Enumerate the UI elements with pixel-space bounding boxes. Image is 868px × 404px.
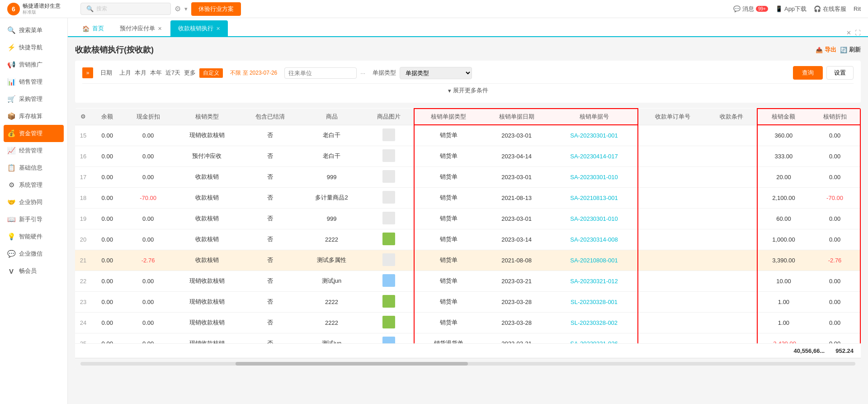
bill-no-link[interactable]: SA-20230314-008	[570, 236, 618, 243]
cell-bill-no[interactable]: SA-20230301-010	[551, 208, 638, 229]
cell-bill-no[interactable]: SA-20210808-001	[551, 250, 638, 271]
bill-no-link[interactable]: SL-20230328-001	[571, 299, 618, 305]
dropdown-icon[interactable]: ▾	[184, 5, 188, 12]
messages-area[interactable]: 💬 消息 99+	[733, 5, 768, 13]
tab-prepay-close[interactable]: ✕	[158, 26, 162, 32]
cell-bill-no[interactable]: SA-20230321-012	[551, 271, 638, 291]
sidebar-item-system[interactable]: ⚙ 系统管理	[0, 176, 67, 194]
bill-no-link[interactable]: SA-20230331-026	[570, 340, 618, 344]
filter-expand-btn[interactable]: »	[82, 67, 93, 78]
tab-home[interactable]: 🏠 首页	[75, 21, 111, 36]
cell-bill-no[interactable]: SL-20230328-001	[551, 291, 638, 312]
cell-product-image	[363, 187, 414, 208]
cell-bill-date: 2023-03-01	[483, 208, 551, 229]
cell-included-settled: 否	[241, 333, 300, 343]
filter-area: » 日期 上月 本月 本年 近7天 更多 自定义 不限 至 2023-07-26	[75, 61, 861, 103]
cell-bill-no[interactable]: SA-20230301-001	[551, 125, 638, 146]
footer-total-discount: 952.24	[835, 347, 854, 354]
sidebar-item-marketing[interactable]: 📢 营销推广	[0, 56, 67, 73]
industry-btn[interactable]: 休验行业方案	[191, 2, 241, 16]
tab-prepay[interactable]: 预付冲应付单 ✕	[112, 20, 170, 36]
filter-date-options: 上月 本月 本年 近7天 更多 自定义	[119, 68, 223, 78]
cell-bill-no[interactable]: SA-20230414-017	[551, 146, 638, 166]
filter-more-dots[interactable]: ···	[360, 70, 365, 76]
refresh-button[interactable]: 🔄 刷新	[840, 46, 861, 54]
filter-custom-btn[interactable]: 自定义	[199, 68, 223, 78]
tab-write-off[interactable]: 收款核销执行 ✕	[170, 20, 228, 36]
filter-this-year[interactable]: 本年	[150, 69, 162, 77]
sidebar-item-guide[interactable]: 📖 新手引导	[0, 211, 67, 228]
th-settings[interactable]: ⚙	[75, 109, 91, 125]
filter-last-month[interactable]: 上月	[119, 69, 131, 77]
filter-this-month[interactable]: 本月	[135, 69, 146, 77]
bill-no-link[interactable]: SL-20230328-002	[571, 319, 618, 326]
query-button[interactable]: 查询	[793, 66, 823, 80]
filter-type-select[interactable]: 单据类型	[400, 67, 472, 79]
sidebar-item-operation[interactable]: 📈 经营管理	[0, 142, 67, 159]
cell-receipt-order-no	[638, 208, 707, 229]
sidebar-item-basic[interactable]: 📋 基础信息	[0, 159, 67, 176]
cell-cash-discount: 0.00	[123, 229, 173, 250]
cell-bill-no[interactable]: SA-20230301-010	[551, 166, 638, 187]
sidebar-item-purchase[interactable]: 🛒 采购管理	[0, 90, 67, 108]
cell-bill-no[interactable]: SL-20230328-002	[551, 312, 638, 333]
cell-bill-no[interactable]: SA-20230314-008	[551, 229, 638, 250]
table-header-row: ⚙ 余额 现金折扣 核销类型 包含已结清 商品 商品图片 核销单据类型 核销单据…	[75, 109, 860, 125]
gear-icon[interactable]: ⚙	[175, 5, 181, 13]
app-download-link[interactable]: 📱 App下载	[775, 5, 807, 13]
cell-balance: 0.00	[91, 271, 123, 291]
settings-button[interactable]: 设置	[826, 66, 854, 80]
sidebar-item-finance[interactable]: 💰 资金管理	[4, 125, 64, 142]
bill-no-link[interactable]: SA-20230301-010	[570, 215, 618, 222]
cell-write-off-discount: -2.76	[810, 250, 860, 271]
sidebar-item-sales[interactable]: 📊 销售管理	[0, 73, 67, 90]
cell-bill-no[interactable]: SA-20230331-026	[551, 333, 638, 343]
cell-product-image	[363, 250, 414, 271]
cell-included-settled: 否	[241, 271, 300, 291]
cell-write-off-discount: 0.00	[810, 125, 860, 146]
cell-bill-date: 2021-08-13	[483, 187, 551, 208]
tab-home-label: 首页	[92, 24, 104, 33]
sidebar-label: 营销推广	[19, 61, 42, 69]
sidebar-label: 畅会员	[19, 267, 37, 275]
cell-receipt-condition	[707, 187, 757, 208]
scroll-thumb[interactable]	[236, 362, 468, 366]
filter-expand-more[interactable]: ▾ 展开更多条件	[82, 83, 854, 97]
filter-unit-input[interactable]	[284, 67, 357, 79]
filter-7days[interactable]: 近7天	[165, 69, 180, 77]
sidebar-item-wechat[interactable]: 💬 企业微信	[0, 245, 67, 262]
cell-bill-no[interactable]: SA-20210813-001	[551, 187, 638, 208]
horizontal-scrollbar[interactable]	[75, 358, 861, 369]
tab-write-off-label: 收款核销执行	[178, 24, 213, 33]
cell-bill-date: 2023-03-28	[483, 312, 551, 333]
sidebar-item-inventory[interactable]: 📦 库存核算	[0, 108, 67, 125]
tab-close-icon[interactable]: ✕	[846, 29, 851, 36]
cell-write-off-amount: 1,000.00	[757, 229, 810, 250]
user-name[interactable]: Rit	[854, 5, 861, 12]
sidebar-label: 企业微信	[19, 250, 42, 258]
tab-write-off-close[interactable]: ✕	[216, 26, 220, 32]
scroll-track[interactable]	[80, 362, 855, 366]
filter-unit: ···	[284, 67, 365, 79]
tab-expand-icon[interactable]: ⛶	[855, 29, 861, 36]
row-number: 15	[75, 125, 91, 146]
sidebar-item-quick-nav[interactable]: ⚡ 快捷导航	[0, 39, 67, 56]
top-search-box[interactable]: 🔍 搜索	[80, 3, 171, 15]
bill-no-link[interactable]: SA-20230414-017	[570, 153, 618, 160]
sidebar-item-enterprise[interactable]: 🤝 企业协同	[0, 194, 67, 211]
sidebar-item-hardware[interactable]: 💡 智能硬件	[0, 228, 67, 245]
online-service-link[interactable]: 🎧 在线客服	[814, 5, 846, 13]
sidebar-item-vip[interactable]: V 畅会员	[0, 262, 67, 280]
cell-bill-type: 销货单	[414, 187, 483, 208]
bill-no-link[interactable]: SA-20230301-010	[570, 174, 618, 181]
filter-more-date[interactable]: 更多	[184, 69, 196, 77]
bill-no-link[interactable]: SA-20230321-012	[570, 278, 618, 285]
bill-no-link[interactable]: SA-20210813-001	[570, 195, 618, 201]
cell-balance: 0.00	[91, 208, 123, 229]
export-button[interactable]: 📤 导出	[816, 46, 836, 54]
bill-no-link[interactable]: SA-20230301-001	[570, 132, 618, 139]
table-scroll[interactable]: ⚙ 余额 现金折扣 核销类型 包含已结清 商品 商品图片 核销单据类型 核销单据…	[75, 108, 861, 343]
sidebar-item-search[interactable]: 🔍 搜索菜单	[0, 22, 67, 39]
th-cash-discount: 现金折扣	[123, 109, 173, 125]
bill-no-link[interactable]: SA-20210808-001	[570, 257, 618, 264]
